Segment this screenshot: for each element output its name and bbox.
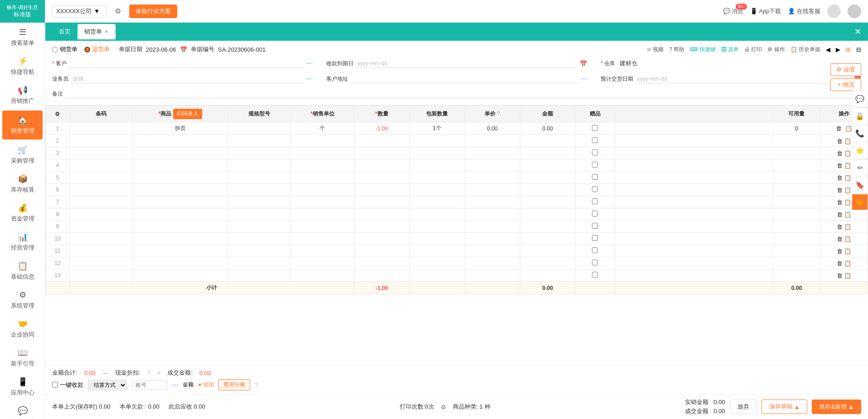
experience-button[interactable]: 体验行业方案 (129, 5, 177, 18)
sidebar-item-system[interactable]: ⚙ 系统管理 (0, 285, 45, 314)
settings-btn[interactable]: ⚙ 设置 (830, 63, 861, 76)
tab-home[interactable]: 首页 (52, 24, 78, 39)
sidebar-item-purchase[interactable]: 🛒 采购管理 (0, 140, 45, 169)
toolbar-grid-icon1[interactable]: ⊞ (846, 46, 851, 53)
gift-checkbox[interactable] (592, 125, 598, 131)
gift-checkbox[interactable] (592, 186, 598, 192)
gift-checkbox[interactable] (592, 223, 598, 229)
sidebar-item-newbie[interactable]: 📖 新手引导 (0, 343, 45, 372)
account-input[interactable] (131, 380, 168, 390)
sidebar-item-finance[interactable]: 💰 资金管理 (0, 198, 45, 227)
settlement-select[interactable]: 结算方式 (88, 380, 127, 390)
one-click-checkbox[interactable] (52, 382, 58, 388)
tab-close-icon[interactable]: ✕ (104, 29, 109, 35)
radio-return-input[interactable] (84, 47, 90, 53)
gift-checkbox[interactable] (592, 211, 598, 217)
gift-checkbox[interactable] (592, 272, 598, 278)
company-selector[interactable]: XXXXXX公司 ▼ (52, 5, 107, 18)
copy-icon4[interactable]: 📋 (844, 162, 851, 169)
copy-icon8[interactable]: 📋 (844, 211, 851, 218)
toolbar-history[interactable]: 📋 历史单据 (790, 46, 820, 53)
delete-icon11[interactable]: 🗑 (837, 248, 843, 255)
cash-discount-help[interactable]: ? (147, 370, 150, 376)
fees-help-icon[interactable]: ? (255, 381, 258, 388)
gift-checkbox[interactable] (592, 162, 598, 168)
radio-return[interactable]: 退货单 (84, 45, 110, 53)
toolbar-print[interactable]: 🖨 打印 (744, 46, 762, 53)
delete-icon10[interactable]: 🗑 (837, 236, 843, 242)
save-new-dropdown-icon[interactable]: ▲ (848, 404, 854, 410)
copy-icon2[interactable]: 📋 (844, 138, 851, 144)
salesperson-dots[interactable]: ··· (307, 75, 313, 83)
doc-owe-help[interactable]: ? (143, 403, 146, 410)
message-badge-container[interactable]: 💬 消息 99+ (723, 7, 744, 15)
copy-icon6[interactable]: 📋 (844, 187, 851, 193)
settings-icon[interactable]: ⚙ (111, 5, 125, 18)
fees-btn[interactable]: 费用分摊 (218, 379, 250, 390)
app-download-link[interactable]: 📱 App下载 (750, 7, 781, 15)
copy-icon3[interactable]: 📋 (844, 150, 851, 157)
sidebar-item-inventory[interactable]: 📦 库存核算 (0, 169, 45, 198)
delete-icon7[interactable]: 🗑 (837, 199, 843, 206)
delete-icon13[interactable]: 🗑 (837, 272, 843, 279)
float-btn-chat[interactable]: 💬 (852, 91, 868, 107)
online-service-link[interactable]: 👤 在线客服 (788, 7, 820, 15)
copy-icon5[interactable]: 📋 (844, 174, 851, 181)
delete-icon12[interactable]: 🗑 (837, 260, 843, 267)
delete-icon2[interactable]: 🗑 (837, 138, 843, 144)
user-avatar2[interactable] (848, 5, 861, 18)
float-btn-star[interactable]: ⭐ (852, 142, 868, 159)
th-settings[interactable]: ⚙ (46, 106, 70, 122)
gift-checkbox[interactable] (592, 149, 598, 155)
add-payment-btn[interactable]: ● 添加 (198, 381, 214, 389)
tab-sales-order[interactable]: 销货单 ✕ (78, 24, 116, 39)
delete-icon5[interactable]: 🗑 (837, 174, 843, 181)
gift-checkbox[interactable] (592, 137, 598, 143)
account-dots[interactable]: ··· (172, 381, 178, 389)
salesperson-input[interactable] (71, 75, 305, 83)
copy-icon10[interactable]: 📋 (844, 236, 851, 242)
delete-icon8[interactable]: 🗑 (837, 211, 843, 218)
expected-date-input[interactable] (635, 75, 852, 83)
abandon-button[interactable]: 放弃 (730, 400, 757, 414)
radio-sales[interactable]: 销货单 (52, 45, 78, 53)
sidebar-item-wechat[interactable]: 💬 企业微信 (0, 401, 45, 419)
gift-checkbox[interactable] (592, 247, 598, 253)
user-avatar[interactable] (827, 5, 841, 18)
copy-icon[interactable]: 📋 (845, 125, 852, 132)
float-btn-bookmark[interactable]: 🔖 (852, 177, 868, 193)
sidebar-item-sales[interactable]: 🏠 销售管理 (2, 111, 43, 140)
sidebar-item-base-info[interactable]: 📋 基础信息 (0, 256, 45, 285)
sidebar-item-app-center[interactable]: 📱 应用中心 (0, 372, 45, 401)
toolbar-next-icon[interactable]: ▶ (836, 46, 840, 53)
window-close-icon[interactable]: ✕ (854, 27, 861, 37)
toolbar-prev-icon[interactable]: ◀ (826, 46, 830, 53)
cell-gift[interactable] (575, 122, 615, 135)
gift-checkbox[interactable] (592, 235, 598, 241)
delete-icon3[interactable]: 🗑 (837, 150, 843, 157)
save-draft-button[interactable]: 保存草稿 ▲ (761, 400, 808, 414)
delete-icon[interactable]: 🗑 (836, 125, 842, 132)
save-new-button[interactable]: 保存&新增 ▲ (812, 400, 861, 414)
note-input[interactable] (65, 90, 861, 98)
sidebar-item-quick-nav[interactable]: ⚡ 快捷导航 (0, 52, 45, 81)
sidebar-item-operations[interactable]: 📊 经营管理 (0, 227, 45, 256)
toolbar-help[interactable]: ? 帮助 (669, 46, 684, 53)
radio-sales-input[interactable] (52, 47, 58, 53)
due-date-input[interactable] (356, 59, 577, 68)
float-btn-edit[interactable]: ✏ (852, 159, 868, 176)
copy-icon9[interactable]: 📋 (844, 223, 851, 230)
one-click-payment[interactable]: 一键收款 (52, 381, 83, 389)
sidebar-item-enterprise[interactable]: 🤝 企业协同 (0, 314, 45, 343)
copy-icon7[interactable]: 📋 (844, 199, 851, 206)
address-dots[interactable]: ··· (581, 75, 587, 83)
calendar-icon[interactable]: 📅 (180, 46, 187, 53)
copy-icon13[interactable]: 📋 (844, 272, 851, 279)
logistics-btn[interactable]: + 物流 (830, 78, 861, 91)
toolbar-shortcut[interactable]: ⌨ 快捷键 (690, 46, 715, 53)
toolbar-grid-icon2[interactable]: ⊟ (856, 46, 861, 53)
delete-icon9[interactable]: 🗑 (837, 223, 843, 230)
copy-icon12[interactable]: 📋 (844, 260, 851, 267)
sidebar-item-search[interactable]: ☰ 搜索菜单 (0, 23, 45, 52)
delete-icon6[interactable]: 🗑 (837, 187, 843, 193)
